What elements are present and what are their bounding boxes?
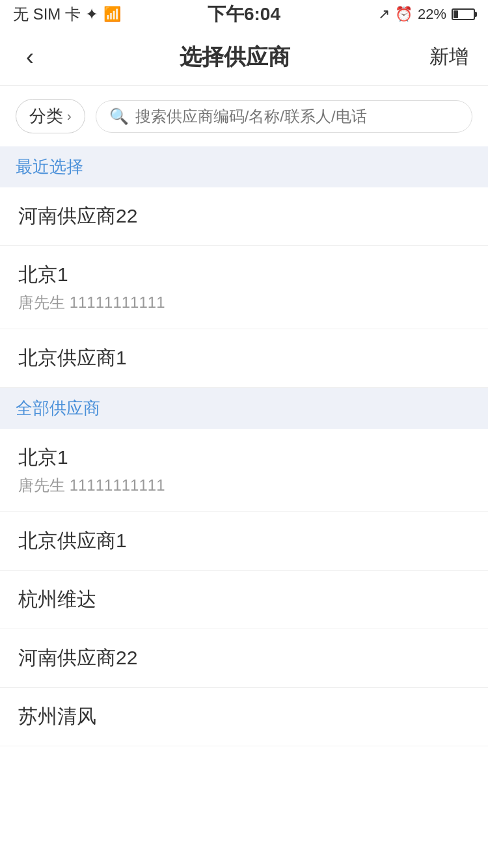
- battery-text: 22%: [418, 6, 446, 23]
- list-item[interactable]: 河南供应商22: [0, 187, 488, 246]
- recent-items-list: 河南供应商22 北京1 唐先生 11111111111 北京供应商1: [0, 187, 488, 388]
- status-left: 无 SIM 卡 ✦ 📶: [13, 4, 121, 25]
- recent-section-header: 最近选择: [0, 146, 488, 187]
- item-name: 河南供应商22: [18, 645, 470, 671]
- item-name: 河南供应商22: [18, 203, 470, 230]
- chevron-right-icon: ›: [67, 109, 72, 124]
- item-name: 北京供应商1: [18, 528, 470, 554]
- status-time: 下午6:04: [208, 2, 280, 27]
- location-icon: ↗: [378, 6, 390, 23]
- list-item[interactable]: 杭州维达: [0, 571, 488, 629]
- add-button[interactable]: 新增: [429, 44, 468, 70]
- list-item[interactable]: 北京1 唐先生 11111111111: [0, 246, 488, 329]
- list-item[interactable]: 河南供应商22: [0, 629, 488, 688]
- search-input[interactable]: [135, 107, 459, 126]
- all-section-header: 全部供应商: [0, 388, 488, 429]
- list-item[interactable]: 苏州清风: [0, 688, 488, 746]
- battery-icon: [452, 8, 475, 20]
- category-filter-button[interactable]: 分类 ›: [16, 99, 85, 133]
- search-box[interactable]: 🔍: [96, 100, 472, 133]
- filter-bar: 分类 › 🔍: [0, 86, 488, 146]
- back-button[interactable]: ‹: [20, 37, 40, 77]
- item-name: 北京1: [18, 444, 470, 471]
- search-icon: 🔍: [109, 107, 129, 126]
- category-label: 分类: [29, 105, 63, 128]
- all-section-label: 全部供应商: [16, 398, 100, 418]
- list-item[interactable]: 北京供应商1: [0, 329, 488, 388]
- list-item[interactable]: 北京1 唐先生 11111111111: [0, 429, 488, 512]
- status-bar: 无 SIM 卡 ✦ 📶 下午6:04 ↗ ⏰ 22%: [0, 0, 488, 29]
- item-name: 苏州清风: [18, 703, 470, 730]
- item-sub: 唐先生 11111111111: [18, 292, 470, 313]
- status-right: ↗ ⏰ 22%: [378, 6, 475, 23]
- no-sim-text: 无 SIM 卡 ✦: [13, 4, 98, 25]
- all-items-list: 北京1 唐先生 11111111111 北京供应商1 杭州维达 河南供应商22 …: [0, 429, 488, 746]
- page-title: 选择供应商: [180, 42, 290, 72]
- item-sub: 唐先生 11111111111: [18, 475, 470, 496]
- item-name: 杭州维达: [18, 586, 470, 613]
- wifi-icon: 📶: [103, 6, 121, 23]
- item-name: 北京供应商1: [18, 345, 470, 372]
- list-item[interactable]: 北京供应商1: [0, 512, 488, 571]
- recent-section-label: 最近选择: [16, 157, 83, 176]
- item-name: 北京1: [18, 262, 470, 288]
- alarm-icon: ⏰: [395, 6, 413, 23]
- nav-bar: ‹ 选择供应商 新增: [0, 29, 488, 86]
